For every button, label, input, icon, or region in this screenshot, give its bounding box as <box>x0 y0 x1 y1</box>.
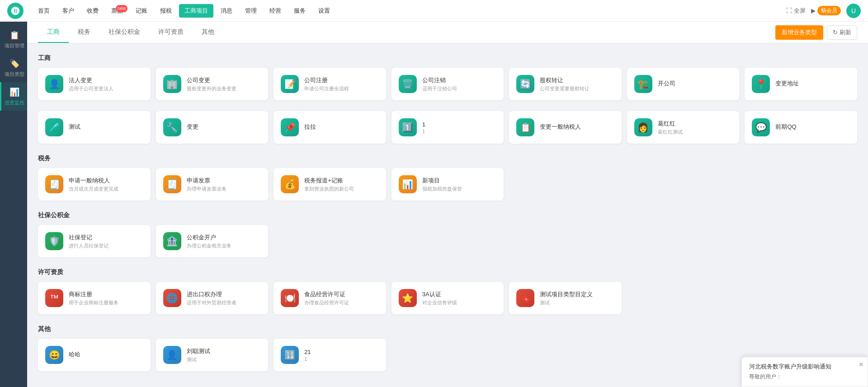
card-food-license[interactable]: 🍽️ 食品经营许可证 办理食品经营许可证 <box>274 282 386 314</box>
card-apply-taxpayer[interactable]: 🧾 申请一般纳税人 当月或次月成变更完成 <box>38 168 151 200</box>
card-company-register[interactable]: 📝 公司注册 申请公司注册全流程 <box>274 68 386 100</box>
card-name: 变更一般纳税人 <box>540 123 614 131</box>
notification-close-button[interactable]: ✕ <box>859 361 864 368</box>
card-name: 前期QQ <box>775 123 850 131</box>
card-qianqi-qq[interactable]: 💬 前期QQ <box>745 111 857 144</box>
card-name: 新项目 <box>422 177 497 185</box>
card-trademark[interactable]: ™️ 商标注册 用于企业商标注册服务 <box>38 282 151 314</box>
avatar[interactable]: U <box>846 4 861 18</box>
card-company-cancel[interactable]: 🗑️ 公司注销 适用于注销公司 <box>392 68 504 100</box>
card-icon-one: 1️⃣ <box>399 118 417 136</box>
nav-client[interactable]: 客户 <box>57 4 80 18</box>
card-change-address[interactable]: 📍 变更地址 <box>745 68 857 100</box>
card-desc: 1 <box>304 356 379 362</box>
card-one[interactable]: 1️⃣ 1 1 <box>392 111 504 144</box>
card-desc: 办理公积金相关业务 <box>187 242 261 249</box>
card-farendaibiao[interactable]: 👤 法人变更 适用于公司变更法人 <box>38 68 151 100</box>
card-company-change[interactable]: 🏢 公司变更 股权变更外的业务变更 <box>156 68 269 100</box>
card-social-insurance[interactable]: 🛡️ 社保登记 进行人员社保登记 <box>38 225 151 257</box>
section-title-gongshang: 工商 <box>38 54 857 62</box>
card-change[interactable]: 🔧 变更 <box>156 111 269 144</box>
card-provident-fund[interactable]: 🏦 公积金开户 办理公积金相关业务 <box>156 225 269 257</box>
nav-right: ⛶ 全屏 ▶ 畅会员 U <box>786 4 861 18</box>
card-icon-equity-transfer: 🔄 <box>516 75 534 93</box>
card-name: 商标注册 <box>69 290 143 298</box>
nav-message[interactable]: 消息 <box>215 4 238 18</box>
card-name: 刘聪测试 <box>187 347 261 355</box>
card-open-company[interactable]: 🏗️ 开公司 <box>627 68 740 100</box>
card-name: 税务报道+记账 <box>304 177 379 185</box>
card-tax-bookkeeping[interactable]: 💰 税务报道+记账 拿到营业执照的新公司 <box>274 168 386 200</box>
vip-icon: ▶ <box>811 7 816 14</box>
nav-service[interactable]: 服务 <box>288 4 311 18</box>
card-icon-farendaibiao: 👤 <box>45 75 63 93</box>
card-desc: 适用于公司变更法人 <box>69 85 143 92</box>
refresh-button[interactable]: ↻ 刷新 <box>827 25 857 40</box>
card-name: 葛红红 <box>658 120 732 128</box>
card-desc: 申请公司注册全流程 <box>304 85 379 92</box>
card-desc: 适用于对外贸易经营者 <box>187 299 261 306</box>
card-3a-cert[interactable]: ⭐ 3A认证 对企业信誉评级 <box>392 282 504 314</box>
nav-settings[interactable]: 设置 <box>313 4 335 18</box>
section-title-shuiwu: 税务 <box>38 154 857 163</box>
tab-other[interactable]: 其他 <box>193 22 223 43</box>
nav-operation[interactable]: 经营 <box>264 4 287 18</box>
card-haha[interactable]: 😄 哈哈 <box>38 339 151 371</box>
card-test-project-type[interactable]: 🔖 测试项目类型目定义 测试 <box>509 282 622 314</box>
card-icon-open-company: 🏗️ <box>634 75 652 93</box>
card-icon-gehonghong: 👩 <box>634 118 652 136</box>
content-area: 工商 税务 社保公积金 许可资质 其他 新增业务类型 ↻ 刷新 工商 👤 <box>27 22 868 387</box>
card-icon-21: 🔢 <box>281 346 299 364</box>
card-desc: 公司变更需要股权转让 <box>540 85 614 92</box>
card-desc: 办理申请发票业务 <box>187 186 261 192</box>
sidebar-item-progress[interactable]: 📊 进度监控 <box>0 82 27 111</box>
card-icon-liucong-test: 👤 <box>163 346 181 364</box>
nav-tax[interactable]: 报税 <box>155 4 177 18</box>
nav-home[interactable]: 首页 <box>33 4 55 18</box>
card-lala[interactable]: 📌 拉拉 <box>274 111 386 144</box>
card-desc: 1 <box>422 129 497 134</box>
card-21[interactable]: 🔢 21 1 <box>274 339 386 371</box>
sidebar-item-project-manage[interactable]: 📋 项目管理 <box>0 25 27 54</box>
nav-fee[interactable]: 收费 <box>81 4 104 18</box>
notification-text: 尊敬的用户： <box>749 373 860 381</box>
progress-icon: 📊 <box>9 87 20 98</box>
card-test[interactable]: 🧪 测试 <box>38 111 151 144</box>
section-title-xuke: 许可资质 <box>38 268 857 276</box>
card-icon-apply-taxpayer: 🧾 <box>45 175 63 193</box>
card-name: 法人变更 <box>69 76 143 84</box>
nav-business[interactable]: 工商项目 <box>179 4 213 18</box>
card-name: 哈哈 <box>69 350 143 359</box>
card-icon-new-project: 📊 <box>399 175 417 193</box>
sub-nav-actions: 新增业务类型 ↻ 刷新 <box>775 25 857 40</box>
card-new-project[interactable]: 📊 新项目 报税加税控盘保管 <box>392 168 504 200</box>
card-desc: 测试 <box>540 299 614 306</box>
nav-manage[interactable]: 管理 <box>240 4 262 18</box>
fullscreen-button[interactable]: ⛶ 全屏 <box>786 7 806 15</box>
section-title-other: 其他 <box>38 325 857 333</box>
card-change-taxpayer[interactable]: 📋 变更一般纳税人 <box>509 111 622 144</box>
card-import-export[interactable]: 🌐 进出口权办理 适用于对外贸易经营者 <box>156 282 269 314</box>
card-icon-tax-bookkeeping: 💰 <box>281 175 299 193</box>
tab-shebao[interactable]: 社保公积金 <box>99 22 149 43</box>
nav-bookkeeping[interactable]: 记账 <box>130 4 153 18</box>
card-desc: 办理食品经营许可证 <box>304 299 379 306</box>
sidebar-item-project-type[interactable]: 🏷️ 项目类型 <box>0 54 27 82</box>
add-business-type-button[interactable]: 新增业务类型 <box>775 25 823 40</box>
nav-ticket[interactable]: 票据 new <box>106 4 128 18</box>
card-equity-transfer[interactable]: 🔄 股权转让 公司变更需要股权转让 <box>509 68 622 100</box>
card-gehonghong[interactable]: 👩 葛红红 葛红红测试 <box>627 111 740 144</box>
cards-grid-gongshang-1: 👤 法人变更 适用于公司变更法人 🏢 公司变更 股权变更外的业务变更 📝 <box>38 68 857 100</box>
card-name: 股权转让 <box>540 76 614 84</box>
tab-gongshang[interactable]: 工商 <box>38 22 69 43</box>
card-apply-invoice[interactable]: 🧾 申请发票 办理申请发票业务 <box>156 168 269 200</box>
tab-xuke[interactable]: 许可资质 <box>149 22 193 43</box>
logo[interactable] <box>7 3 24 19</box>
vip-button[interactable]: ▶ 畅会员 <box>811 6 841 15</box>
card-liucong-test[interactable]: 👤 刘聪测试 测试 <box>156 339 269 371</box>
card-desc: 报税加税控盘保管 <box>422 186 497 192</box>
card-name: 1 <box>422 121 497 128</box>
card-name: 公积金开户 <box>187 233 261 242</box>
tab-shuiwu[interactable]: 税务 <box>69 22 99 43</box>
card-icon-test-project-type: 🔖 <box>516 289 534 307</box>
